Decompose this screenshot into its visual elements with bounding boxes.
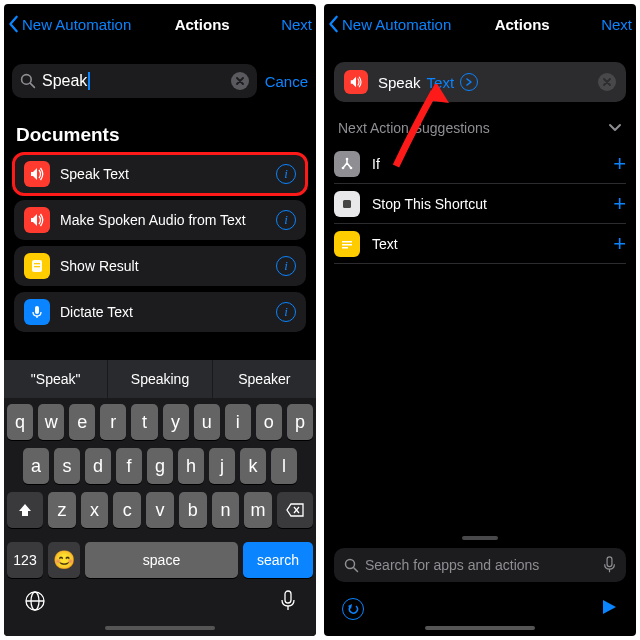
suggestion-text[interactable]: Text + <box>334 224 626 264</box>
bottom-search-input[interactable]: Search for apps and actions <box>334 548 626 582</box>
microphone-icon[interactable] <box>280 590 296 612</box>
result-show-result[interactable]: Show Result i <box>14 246 306 286</box>
left-screen: New Automation Actions Next Speak Cance … <box>4 4 316 636</box>
search-value: Speak <box>42 72 231 91</box>
add-button[interactable]: + <box>613 191 626 217</box>
svg-rect-20 <box>342 247 348 249</box>
key-h[interactable]: h <box>178 448 204 484</box>
next-button[interactable]: Next <box>281 16 312 33</box>
key-y[interactable]: y <box>163 404 189 440</box>
info-button[interactable]: i <box>276 256 296 276</box>
key-j[interactable]: j <box>209 448 235 484</box>
action-verb: Speak <box>378 74 421 91</box>
suggestion-label: If <box>372 156 613 172</box>
svg-rect-4 <box>34 266 40 267</box>
cancel-button[interactable]: Cance <box>265 73 308 90</box>
section-header: Documents <box>4 104 316 154</box>
text-icon <box>334 231 360 257</box>
key-g[interactable]: g <box>147 448 173 484</box>
speaker-icon <box>24 207 50 233</box>
svg-rect-10 <box>285 591 291 603</box>
speaker-icon <box>344 70 368 94</box>
info-button[interactable]: i <box>276 210 296 230</box>
suggestion-if[interactable]: If + <box>334 144 626 184</box>
navbar: New Automation Actions Next <box>4 4 316 44</box>
add-button[interactable]: + <box>613 151 626 177</box>
svg-point-0 <box>22 75 32 85</box>
key-f[interactable]: f <box>116 448 142 484</box>
svg-point-14 <box>346 157 349 160</box>
speak-action-card[interactable]: Speak Text <box>334 62 626 102</box>
numbers-key[interactable]: 123 <box>7 542 43 578</box>
back-label: New Automation <box>342 16 451 33</box>
key-n[interactable]: n <box>212 492 240 528</box>
svg-rect-18 <box>342 241 352 243</box>
key-z[interactable]: z <box>48 492 76 528</box>
emoji-key[interactable]: 😊 <box>48 542 80 578</box>
suggestions-header[interactable]: Next Action Suggestions <box>324 116 636 144</box>
undo-button[interactable] <box>342 598 364 620</box>
key-t[interactable]: t <box>131 404 157 440</box>
key-b[interactable]: b <box>179 492 207 528</box>
suggestion-stop[interactable]: Stop This Shortcut + <box>334 184 626 224</box>
key-x[interactable]: x <box>81 492 109 528</box>
disclosure-button[interactable] <box>460 73 478 91</box>
prediction[interactable]: "Speak" <box>4 360 108 398</box>
bottom-sheet: Search for apps and actions <box>324 536 636 636</box>
key-v[interactable]: v <box>146 492 174 528</box>
search-placeholder: Search for apps and actions <box>365 557 603 573</box>
home-indicator[interactable] <box>105 626 215 630</box>
key-m[interactable]: m <box>244 492 272 528</box>
search-key[interactable]: search <box>243 542 313 578</box>
page-title: Actions <box>443 16 601 33</box>
prediction[interactable]: Speaker <box>213 360 316 398</box>
drag-handle[interactable] <box>462 536 498 540</box>
remove-action-button[interactable] <box>598 73 616 91</box>
prediction[interactable]: Speaking <box>108 360 212 398</box>
clear-button[interactable] <box>231 72 249 90</box>
back-button[interactable]: New Automation <box>328 15 451 33</box>
key-u[interactable]: u <box>194 404 220 440</box>
key-a[interactable]: a <box>23 448 49 484</box>
shift-key[interactable] <box>7 492 43 528</box>
action-token[interactable]: Text <box>427 74 455 91</box>
key-r[interactable]: r <box>100 404 126 440</box>
backspace-key[interactable] <box>277 492 313 528</box>
svg-line-22 <box>354 567 358 571</box>
svg-marker-26 <box>603 600 616 614</box>
info-button[interactable]: i <box>276 164 296 184</box>
home-indicator[interactable] <box>425 626 535 630</box>
play-button[interactable] <box>600 598 618 616</box>
key-e[interactable]: e <box>69 404 95 440</box>
search-input[interactable]: Speak <box>12 64 257 98</box>
keyboard: "Speak" Speaking Speaker q w e r t y u i… <box>4 360 316 636</box>
result-speak-text[interactable]: Speak Text i <box>14 154 306 194</box>
back-button[interactable]: New Automation <box>8 15 131 33</box>
add-button[interactable]: + <box>613 231 626 257</box>
key-p[interactable]: p <box>287 404 313 440</box>
space-key[interactable]: space <box>85 542 238 578</box>
key-l[interactable]: l <box>271 448 297 484</box>
stop-icon <box>334 191 360 217</box>
page-title: Actions <box>123 16 281 33</box>
result-dictate[interactable]: Dictate Text i <box>14 292 306 332</box>
globe-icon[interactable] <box>24 590 46 612</box>
branch-icon <box>334 151 360 177</box>
result-label: Dictate Text <box>60 304 276 320</box>
svg-point-21 <box>346 559 355 568</box>
next-button[interactable]: Next <box>601 16 632 33</box>
key-d[interactable]: d <box>85 448 111 484</box>
key-w[interactable]: w <box>38 404 64 440</box>
backspace-icon <box>286 503 304 517</box>
svg-point-15 <box>342 166 345 169</box>
result-make-spoken[interactable]: Make Spoken Audio from Text i <box>14 200 306 240</box>
microphone-icon[interactable] <box>603 556 616 574</box>
result-label: Speak Text <box>60 166 276 182</box>
key-o[interactable]: o <box>256 404 282 440</box>
key-q[interactable]: q <box>7 404 33 440</box>
info-button[interactable]: i <box>276 302 296 322</box>
key-c[interactable]: c <box>113 492 141 528</box>
key-i[interactable]: i <box>225 404 251 440</box>
key-s[interactable]: s <box>54 448 80 484</box>
key-k[interactable]: k <box>240 448 266 484</box>
